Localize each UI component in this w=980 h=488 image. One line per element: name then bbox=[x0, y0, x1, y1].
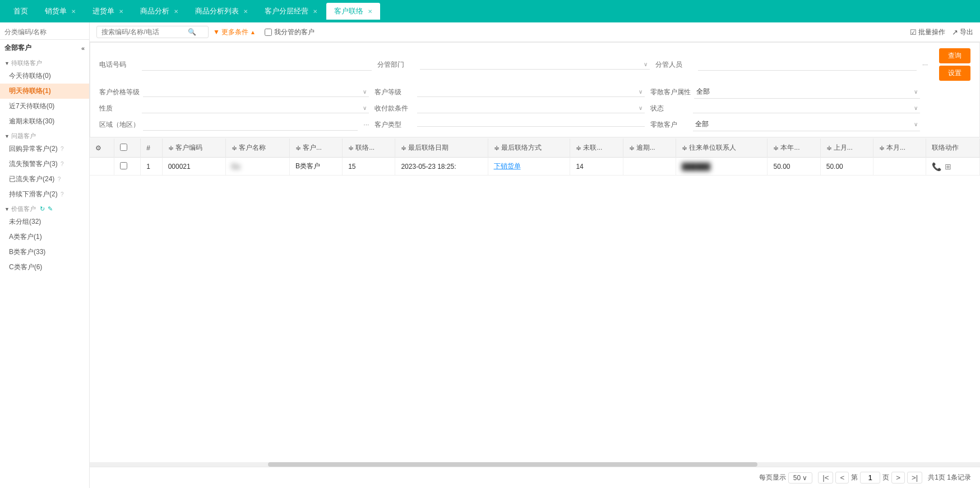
sidebar-item-today[interactable]: 今天待联络(0) bbox=[0, 68, 89, 84]
filter-manager-input[interactable] bbox=[698, 59, 917, 71]
action-call-icon[interactable]: 📞 bbox=[932, 162, 941, 171]
page-last-btn[interactable]: >| bbox=[907, 472, 922, 484]
th-settings[interactable]: ⚙ bbox=[90, 139, 114, 158]
sidebar-item-class-c[interactable]: C类客户(6) bbox=[0, 260, 89, 275]
sidebar-all-customers-label: 全部客户 bbox=[4, 43, 31, 53]
sidebar-item-churn-warning[interactable]: 流失预警客户(3) ? bbox=[0, 156, 89, 172]
th-code[interactable]: ≑客户编码 bbox=[162, 139, 226, 158]
per-page-value: 50 bbox=[793, 474, 801, 482]
th-last-month[interactable]: ≑上月... bbox=[820, 139, 873, 158]
scrollbar-thumb[interactable] bbox=[268, 462, 757, 467]
page-size-box[interactable]: 50 ∨ bbox=[788, 472, 812, 484]
th-unlinked[interactable]: ≑未联... bbox=[570, 139, 623, 158]
th-ty-label: 本年... bbox=[780, 143, 799, 153]
sidebar-item-tomorrow[interactable]: 明天待联络(1) bbox=[0, 84, 89, 99]
row-checkbox[interactable] bbox=[120, 162, 127, 169]
horizontal-scrollbar[interactable] bbox=[90, 462, 980, 467]
sidebar-item-repurchase-abnormal[interactable]: 回购异常客户(2) ? bbox=[0, 141, 89, 156]
td-checkbox[interactable] bbox=[114, 158, 141, 176]
th-contact-person[interactable]: ≑往来单位联系人 bbox=[676, 139, 768, 158]
filter-status-arrow: ∨ bbox=[914, 105, 918, 111]
filter-status-select[interactable]: ∨ bbox=[693, 103, 920, 113]
page-input[interactable] bbox=[860, 472, 880, 484]
nav-analysis[interactable]: 商品分析 ✕ bbox=[132, 3, 186, 20]
select-all-checkbox[interactable] bbox=[120, 144, 127, 151]
filter-manager-dots[interactable]: ··· bbox=[922, 61, 928, 68]
th-unlinked-label: 未联... bbox=[583, 143, 602, 153]
sidebar-item-declining[interactable]: 持续下滑客户(2) ? bbox=[0, 187, 89, 202]
action-grid-icon[interactable]: ⊞ bbox=[945, 162, 951, 171]
nav-customer-tier-close[interactable]: ✕ bbox=[313, 8, 317, 15]
th-contact[interactable]: ≑联络... bbox=[343, 139, 395, 158]
data-table-container: ⚙ # ≑客户编码 ≑客户名称 ≑客户... ≑联络... ≑最后联络日期 ≑最… bbox=[90, 139, 980, 462]
filter-customer-level-select[interactable]: ∨ bbox=[417, 87, 644, 97]
td-this-year: 50.00 bbox=[768, 158, 820, 176]
filter-retail-attr-select[interactable]: 全部 ∨ bbox=[694, 85, 920, 99]
sidebar-item-ungrouped[interactable]: 未分组(32) bbox=[0, 214, 89, 229]
page-first-btn[interactable]: |< bbox=[818, 472, 833, 484]
main-search-icon[interactable]: 🔍 bbox=[188, 28, 196, 36]
filter-dept-select[interactable]: ∨ bbox=[420, 59, 650, 70]
query-button[interactable]: 查询 bbox=[939, 48, 970, 63]
sidebar-problem-group: ▼ 问题客户 bbox=[0, 129, 89, 141]
per-page-arrow: ∨ bbox=[802, 474, 807, 482]
page-prev-btn[interactable]: < bbox=[835, 472, 849, 484]
nav-analysis-close[interactable]: ✕ bbox=[174, 8, 178, 15]
nav-purchase-label: 进货单 bbox=[93, 6, 114, 16]
th-last-date[interactable]: ≑最后联络日期 bbox=[395, 139, 488, 158]
filter-price-level-select[interactable]: ∨ bbox=[143, 87, 369, 97]
nav-sales-close[interactable]: ✕ bbox=[71, 8, 76, 15]
settings-button[interactable]: 设置 bbox=[939, 66, 970, 81]
batch-op-btn[interactable]: ☑ 批量操作 bbox=[910, 27, 945, 37]
nav-customer-contact[interactable]: 客户联络 ✕ bbox=[326, 3, 380, 20]
nav-home[interactable]: 首页 bbox=[6, 3, 36, 20]
nav-customer-contact-close[interactable]: ✕ bbox=[368, 8, 372, 15]
help-icon-repurchase[interactable]: ? bbox=[61, 146, 64, 152]
sidebar-item-churned[interactable]: 已流失客户(24) ? bbox=[0, 172, 89, 187]
sidebar-item-class-b-label: B类客户(33) bbox=[9, 248, 45, 256]
nav-customer-contact-label: 客户联络 bbox=[334, 6, 363, 16]
value-group-refresh[interactable]: ↻ bbox=[40, 205, 45, 213]
page-next-btn[interactable]: > bbox=[891, 472, 905, 484]
th-name[interactable]: ≑客户名称 bbox=[226, 139, 290, 158]
main-search-input[interactable] bbox=[101, 28, 186, 36]
nav-purchase-close[interactable]: ✕ bbox=[119, 8, 123, 15]
filter-phone-input[interactable] bbox=[142, 59, 372, 71]
filter-region-input[interactable] bbox=[143, 119, 358, 131]
my-customers-check[interactable]: 我分管的客户 bbox=[265, 27, 315, 37]
export-btn[interactable]: ↗ 导出 bbox=[952, 27, 973, 37]
th-this-year[interactable]: ≑本年... bbox=[768, 139, 820, 158]
filter-payment-select[interactable]: ∨ bbox=[417, 103, 644, 113]
filter-dept-arrow: ∨ bbox=[644, 61, 648, 67]
filter-nature-select[interactable]: ∨ bbox=[142, 103, 369, 113]
filter-more-btn[interactable]: ▼ 更多条件 ▲ bbox=[213, 27, 256, 37]
filter-retail-attr-arrow: ∨ bbox=[914, 89, 918, 95]
nav-sales[interactable]: 销货单 ✕ bbox=[37, 3, 84, 20]
sidebar-item-7days[interactable]: 近7天待联络(0) bbox=[0, 99, 89, 114]
my-customers-checkbox[interactable] bbox=[265, 29, 272, 36]
th-overdue[interactable]: ≑逾期... bbox=[623, 139, 676, 158]
sidebar-item-overdue[interactable]: 逾期未联络(30) bbox=[0, 114, 89, 129]
sidebar-all-customers[interactable]: 全部客户 « bbox=[0, 40, 89, 56]
th-checkbox[interactable] bbox=[114, 139, 141, 158]
value-group-edit[interactable]: ✎ bbox=[48, 205, 53, 213]
help-icon-churned[interactable]: ? bbox=[58, 176, 61, 182]
filter-retail-customer-select[interactable]: 全部 ∨ bbox=[693, 118, 920, 131]
help-icon-declining[interactable]: ? bbox=[61, 191, 64, 197]
filter-region-dots[interactable]: ··· bbox=[363, 121, 369, 128]
th-this-month[interactable]: ≑本月... bbox=[873, 139, 926, 158]
row-last-method[interactable]: 下销货单 bbox=[494, 162, 521, 170]
th-type[interactable]: ≑客户... bbox=[289, 139, 342, 158]
sidebar-search-input[interactable] bbox=[4, 28, 89, 36]
nav-customer-tier[interactable]: 客户分层经营 ✕ bbox=[257, 3, 325, 20]
help-icon-churn-warning[interactable]: ? bbox=[61, 161, 64, 167]
filter-retail-customer: 零散客户 全部 ∨ bbox=[650, 118, 920, 131]
sidebar-item-class-a[interactable]: A类客户(1) bbox=[0, 229, 89, 245]
nav-analysis-list-close[interactable]: ✕ bbox=[243, 8, 248, 15]
sidebar-item-class-b[interactable]: B类客户(33) bbox=[0, 245, 89, 260]
filter-actions: 查询 设置 bbox=[933, 48, 970, 81]
nav-analysis-list[interactable]: 商品分析列表 ✕ bbox=[187, 3, 256, 20]
nav-purchase[interactable]: 进货单 ✕ bbox=[85, 3, 131, 20]
th-last-method[interactable]: ≑最后联络方式 bbox=[488, 139, 570, 158]
filter-customer-type-select[interactable] bbox=[417, 123, 644, 127]
